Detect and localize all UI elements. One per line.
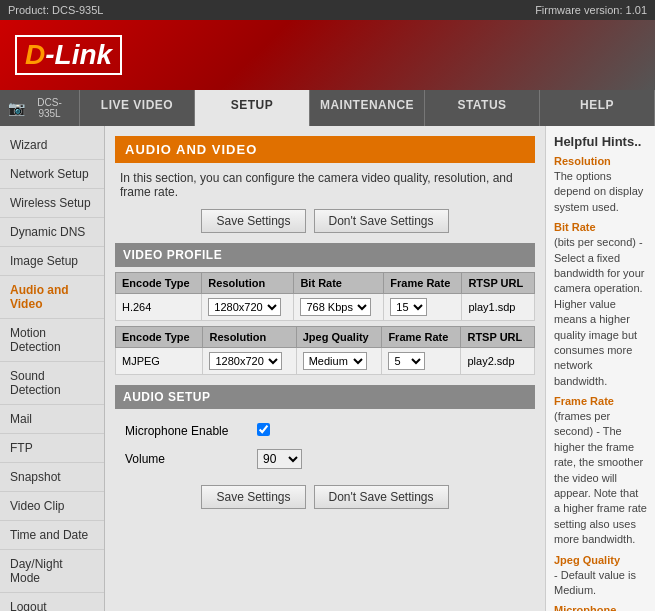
sidebar-item-wireless-setup[interactable]: Wireless Setup (0, 189, 104, 218)
volume-select[interactable]: 908070100 (257, 449, 302, 469)
resolution-h264-cell: 1280x720640x360320x180 (202, 294, 294, 321)
tab-maintenance[interactable]: MAINTENANCE (310, 90, 425, 126)
help-panel: Helpful Hints.. Resolution The options d… (545, 126, 655, 611)
help-microphone: Microphone Enable this feature to hear a… (554, 604, 647, 611)
sidebar-item-network-setup[interactable]: Network Setup (0, 160, 104, 189)
resolution-mjpeg-select[interactable]: 1280x720640x360320x180 (209, 352, 282, 370)
sidebar-item-dynamic-dns[interactable]: Dynamic DNS (0, 218, 104, 247)
sidebar-item-ftp[interactable]: FTP (0, 434, 104, 463)
bottom-btn-row: Save Settings Don't Save Settings (115, 485, 535, 509)
help-bit-rate: Bit Rate (bits per second) - Select a fi… (554, 221, 647, 389)
sidebar-item-motion-detection[interactable]: Motion Detection (0, 319, 104, 362)
col-encode-type: Encode Type (116, 273, 202, 294)
tab-help[interactable]: HELP (540, 90, 655, 126)
bit-rate-h264-cell: 768 Kbps512 Kbps256 Kbps (294, 294, 384, 321)
col-jpeg-quality: Jpeg Quality (296, 327, 382, 348)
resolution-mjpeg-cell: 1280x720640x360320x180 (203, 348, 296, 375)
jpeg-quality-cell: MediumLowHigh (296, 348, 382, 375)
dont-save-settings-button-bottom[interactable]: Don't Save Settings (314, 485, 449, 509)
col-resolution-2: Resolution (203, 327, 296, 348)
save-settings-button-top[interactable]: Save Settings (201, 209, 305, 233)
sidebar-item-wizard[interactable]: Wizard (0, 131, 104, 160)
save-settings-button-bottom[interactable]: Save Settings (201, 485, 305, 509)
rtsp-url-mjpeg: play2.sdp (461, 348, 535, 375)
frame-rate-h264-select[interactable]: 15105130 (390, 298, 427, 316)
dlink-logo: D-Link (15, 35, 122, 75)
help-resolution-title: Resolution (554, 155, 647, 167)
help-bit-rate-text: (bits per second) - Select a fixed bandw… (554, 235, 647, 389)
frame-rate-h264-cell: 15105130 (384, 294, 462, 321)
volume-cell: 908070100 (249, 445, 533, 473)
col-frame-rate: Frame Rate (384, 273, 462, 294)
video-profile-table-1: Encode Type Resolution Bit Rate Frame Ra… (115, 272, 535, 321)
table-row: MJPEG 1280x720640x360320x180 MediumLowHi… (116, 348, 535, 375)
help-resolution-text: The options depend on display system use… (554, 169, 647, 215)
help-frame-rate: Frame Rate (frames per second) - The hig… (554, 395, 647, 548)
intro-text: In this section, you can configure the c… (115, 171, 535, 199)
microphone-checkbox[interactable] (257, 423, 270, 436)
help-title: Helpful Hints.. (554, 134, 647, 149)
dont-save-settings-button-top[interactable]: Don't Save Settings (314, 209, 449, 233)
jpeg-quality-select[interactable]: MediumLowHigh (303, 352, 367, 370)
sidebar-item-time-and-date[interactable]: Time and Date (0, 521, 104, 550)
help-frame-rate-text: (frames per second) - The higher the fra… (554, 409, 647, 548)
sidebar-item-video-clip[interactable]: Video Clip (0, 492, 104, 521)
tab-live-video[interactable]: LIVE VIDEO (80, 90, 195, 126)
nav-tabs: 📷 DCS-935L LIVE VIDEO SETUP MAINTENANCE … (0, 90, 655, 126)
volume-label: Volume (117, 445, 247, 473)
sidebar-item-logout[interactable]: Logout (0, 593, 104, 611)
frame-rate-mjpeg-select[interactable]: 510151 (388, 352, 425, 370)
col-frame-rate-2: Frame Rate (382, 327, 461, 348)
microphone-row: Microphone Enable (117, 419, 533, 443)
header: D-Link (0, 20, 655, 90)
tab-setup[interactable]: SETUP (195, 90, 310, 126)
section-header: AUDIO AND VIDEO (115, 136, 535, 163)
col-resolution: Resolution (202, 273, 294, 294)
help-resolution: Resolution The options depend on display… (554, 155, 647, 215)
sidebar-item-audio-and-video[interactable]: Audio and Video (0, 276, 104, 319)
sidebar-item-mail[interactable]: Mail (0, 405, 104, 434)
help-jpeg-quality: Jpeg Quality - Default value is Medium. (554, 554, 647, 599)
col-encode-type-2: Encode Type (116, 327, 203, 348)
help-microphone-title: Microphone (554, 604, 647, 611)
rtsp-url-h264: play1.sdp (462, 294, 535, 321)
resolution-h264-select[interactable]: 1280x720640x360320x180 (208, 298, 281, 316)
bit-rate-h264-select[interactable]: 768 Kbps512 Kbps256 Kbps (300, 298, 371, 316)
video-profile-table-2: Encode Type Resolution Jpeg Quality Fram… (115, 326, 535, 375)
sidebar-item-sound-detection[interactable]: Sound Detection (0, 362, 104, 405)
product-tab-label: DCS-935L (28, 97, 71, 119)
product-label: Product: DCS-935L (8, 4, 103, 16)
camera-icon: 📷 (8, 100, 25, 116)
main-content: AUDIO AND VIDEO In this section, you can… (105, 126, 545, 611)
table-row: H.264 1280x720640x360320x180 768 Kbps512… (116, 294, 535, 321)
sidebar: Wizard Network Setup Wireless Setup Dyna… (0, 126, 105, 611)
top-bar: Product: DCS-935L Firmware version: 1.01 (0, 0, 655, 20)
tab-status[interactable]: STATUS (425, 90, 540, 126)
content-wrapper: Wizard Network Setup Wireless Setup Dyna… (0, 126, 655, 611)
col-rtsp-url-2: RTSP URL (461, 327, 535, 348)
sidebar-item-image-setup[interactable]: Image Setup (0, 247, 104, 276)
col-bit-rate: Bit Rate (294, 273, 384, 294)
help-frame-rate-title: Frame Rate (554, 395, 647, 407)
volume-row: Volume 908070100 (117, 445, 533, 473)
frame-rate-mjpeg-cell: 510151 (382, 348, 461, 375)
encode-type-mjpeg: MJPEG (116, 348, 203, 375)
sidebar-item-day-night-mode[interactable]: Day/Night Mode (0, 550, 104, 593)
sidebar-item-snapshot[interactable]: Snapshot (0, 463, 104, 492)
help-jpeg-quality-title: Jpeg Quality (554, 554, 647, 566)
col-rtsp-url: RTSP URL (462, 273, 535, 294)
audio-setup-table: Microphone Enable Volume 908070100 (115, 417, 535, 475)
product-tab[interactable]: 📷 DCS-935L (0, 90, 80, 126)
encode-type-h264: H.264 (116, 294, 202, 321)
firmware-label: Firmware version: 1.01 (535, 4, 647, 16)
microphone-checkbox-cell (249, 419, 533, 443)
help-jpeg-quality-text: - Default value is Medium. (554, 568, 647, 599)
top-btn-row: Save Settings Don't Save Settings (115, 209, 535, 233)
audio-setup-header: AUDIO SETUP (115, 385, 535, 409)
video-profile-header: VIDEO PROFILE (115, 243, 535, 267)
help-bit-rate-title: Bit Rate (554, 221, 647, 233)
microphone-label: Microphone Enable (117, 419, 247, 443)
